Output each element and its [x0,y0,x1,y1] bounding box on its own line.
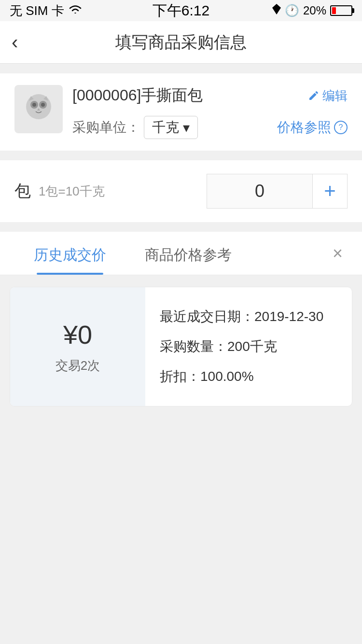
battery-icon [330,5,352,16]
tabs-container: 历史成交价 商品价格参考 × [0,232,362,275]
unit-conversion: 1包=10千克 [39,183,105,200]
edit-icon [308,90,320,101]
discount-label: 折扣： [160,369,200,384]
close-button[interactable]: × [328,238,348,268]
svg-point-1 [26,94,51,119]
discount-row: 折扣：100.00% [160,366,337,387]
unit-select[interactable]: 千克 ▾ [144,116,198,139]
alarm-icon: 🕐 [285,4,299,17]
product-image-icon [24,92,53,126]
quantity-row: 包 1包=10千克 0 + [0,160,362,222]
svg-point-4 [32,103,36,107]
product-details: [0000006]手撕面包 编辑 采购单位： 千克 ▾ 价格参照 ? [72,85,348,139]
question-icon: ? [334,121,348,134]
unit-value: 千克 [152,118,179,137]
battery-fill [332,7,336,14]
main-content: 历史成交价 商品价格参考 × ¥0 交易2次 最近成交日期：2019-12-30… [0,232,362,521]
product-header: [0000006]手撕面包 编辑 [72,85,348,106]
product-thumbnail [14,85,63,133]
section-divider-1 [0,151,362,160]
wifi-icon [68,3,83,18]
status-right: 🕐 20% [272,4,352,17]
edit-label: 编辑 [322,87,348,104]
dropdown-arrow-icon: ▾ [183,120,190,136]
battery-percent: 20% [303,4,326,17]
tab-history-price-label: 历史成交价 [34,247,106,263]
purchase-qty-label: 采购数量： [160,339,227,354]
purchase-qty-value: 200千克 [227,339,277,354]
price-ref-label: 价格参照 [277,118,331,137]
tabs-row: 历史成交价 商品价格参考 × [0,232,362,275]
carrier-text: 无 SIM 卡 [10,2,64,19]
price-amount: ¥0 [63,320,92,350]
recent-date-label: 最近成交日期： [160,309,254,324]
back-button[interactable]: ‹ [12,31,18,53]
discount-value: 100.00% [200,369,254,384]
price-card: ¥0 交易2次 最近成交日期：2019-12-30 采购数量：200千克 折扣：… [10,287,352,406]
quantity-label: 包 1包=10千克 [14,180,105,202]
recent-date-value: 2019-12-30 [254,309,323,324]
product-full-name: [0000006]手撕面包 [72,85,203,106]
status-time: 下午6:12 [153,1,209,21]
status-left: 无 SIM 卡 [10,2,83,19]
recent-date-row: 最近成交日期：2019-12-30 [160,307,337,327]
svg-text:?: ? [339,123,343,131]
location-icon [272,4,281,17]
nav-bar: ‹ 填写商品采购信息 [0,21,362,64]
tab-price-reference[interactable]: 商品价格参考 [125,232,251,275]
trade-count: 交易2次 [56,357,100,374]
tab-history-price[interactable]: 历史成交价 [14,232,125,275]
tab-list: 历史成交价 商品价格参考 [14,232,328,275]
quantity-value: 0 [255,181,265,201]
quantity-input[interactable]: 0 [207,174,313,209]
svg-marker-0 [272,4,281,14]
unit-selector-group: 采购单位： 千克 ▾ [72,116,198,139]
price-card-right: 最近成交日期：2019-12-30 采购数量：200千克 折扣：100.00% [145,287,352,406]
unit-badge: 包 [14,180,31,202]
quantity-control: 0 + [207,174,348,209]
status-bar: 无 SIM 卡 下午6:12 🕐 20% [0,0,362,21]
currency-symbol: ¥ [63,320,78,349]
unit-label: 采购单位： [72,118,140,137]
edit-button[interactable]: 编辑 [308,87,348,104]
price-value: 0 [78,320,92,349]
svg-point-5 [41,103,45,107]
product-card: [0000006]手撕面包 编辑 采购单位： 千克 ▾ 价格参照 ? [0,73,362,151]
tab-price-reference-label: 商品价格参考 [145,247,232,263]
page-title: 填写商品采购信息 [115,31,247,54]
quantity-plus-button[interactable]: + [313,174,348,209]
price-card-left: ¥0 交易2次 [10,287,145,406]
product-unit-row: 采购单位： 千克 ▾ 价格参照 ? [72,116,348,139]
purchase-qty-row: 采购数量：200千克 [160,336,337,357]
price-reference-button[interactable]: 价格参照 ? [277,118,348,137]
